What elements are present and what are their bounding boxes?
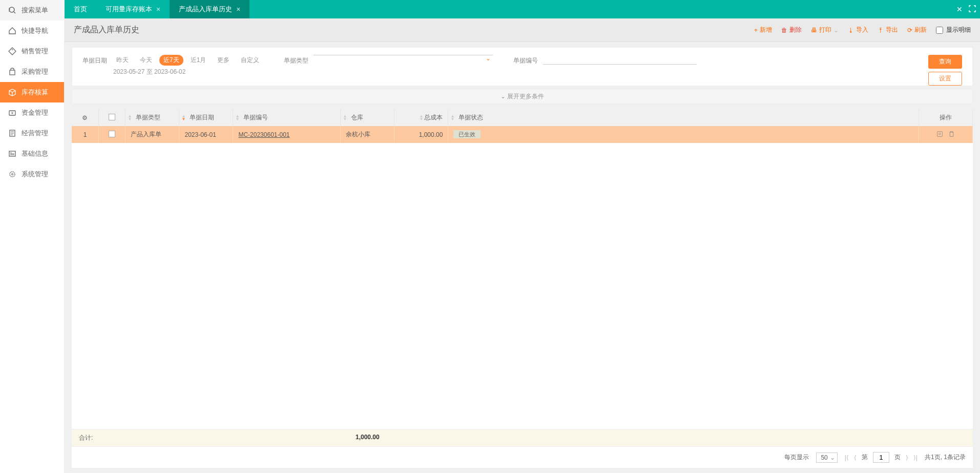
first-page-button[interactable]: |⟨ — [845, 454, 849, 461]
tab-home[interactable]: 首页 — [65, 0, 96, 18]
export-button[interactable]: ⭱ 导出 — [878, 26, 898, 34]
sidebar-item-quicknav[interactable]: 快捷导航 — [0, 20, 64, 41]
refresh-icon: ⟳ — [907, 27, 912, 34]
svg-text:¥: ¥ — [11, 111, 13, 115]
svg-rect-19 — [937, 131, 943, 136]
col-action: 操作 — [919, 109, 972, 126]
import-button[interactable]: ⭳ 导入 — [848, 26, 868, 34]
close-all-icon[interactable]: ✕ — [956, 5, 963, 14]
sidebar-item-label: 系统管理 — [22, 170, 48, 179]
next-page-button[interactable]: ⟩ — [906, 454, 908, 461]
date-shortcut-more[interactable]: 更多 — [213, 55, 234, 66]
sidebar: 搜索菜单 快捷导航 销售管理 采购管理 库存核算 ¥ 资金管理 经营管理 基础信 — [0, 0, 65, 473]
filter-label: 单据类型 — [284, 55, 308, 65]
page-input[interactable] — [873, 452, 889, 463]
cell-total-cost: 1,000.00 — [394, 126, 448, 143]
action-label: 刷新 — [914, 26, 927, 34]
print-icon: 🖶 — [811, 27, 817, 34]
cell-warehouse: 余杭小库 — [341, 126, 394, 143]
checkbox-input[interactable] — [936, 27, 943, 34]
page-size-select[interactable]: 50 ⌄ — [816, 453, 837, 463]
date-shortcut-1month[interactable]: 近1月 — [186, 55, 211, 66]
sidebar-item-funds[interactable]: ¥ 资金管理 — [0, 102, 64, 123]
page-label-prefix: 第 — [862, 453, 868, 462]
row-checkbox-cell — [98, 126, 125, 143]
close-icon[interactable]: × — [156, 5, 160, 13]
sidebar-item-inventory[interactable]: 库存核算 — [0, 82, 64, 102]
content-header: 产成品入库单历史 + 新增 🗑 删除 🖶 打印 ⌄ ⭳ 导入 — [65, 18, 980, 42]
sidebar-item-sales[interactable]: 销售管理 — [0, 41, 64, 61]
date-shortcut-today[interactable]: 今天 — [136, 55, 156, 66]
sidebar-item-search[interactable]: 搜索菜单 — [0, 0, 64, 20]
delete-button[interactable]: 🗑 删除 — [781, 26, 802, 34]
col-doc-type[interactable]: ▲▼单据类型 — [126, 109, 179, 126]
gear-icon — [8, 170, 16, 178]
svg-point-5 — [12, 49, 13, 50]
col-settings[interactable]: ⚙ — [72, 109, 98, 126]
col-total-cost[interactable]: ▲▼总成本 — [394, 109, 448, 126]
print-button[interactable]: 🖶 打印 ⌄ — [811, 26, 839, 34]
action-label: 删除 — [789, 26, 802, 34]
add-button[interactable]: + 新增 — [754, 26, 772, 34]
tab-stockin-history[interactable]: 产成品入库单历史 × — [170, 0, 249, 18]
svg-point-17 — [10, 172, 15, 177]
table-row[interactable]: 1 产品入库单 2023-06-01 MC-20230601-001 余杭小库 … — [72, 126, 973, 143]
svg-point-18 — [12, 174, 13, 175]
col-checkbox — [98, 109, 125, 126]
tab-label: 首页 — [74, 5, 87, 14]
sidebar-item-system[interactable]: 系统管理 — [0, 164, 64, 184]
total-cost-value: 1,000.00 — [356, 434, 380, 442]
col-doc-date[interactable]: ▲▼单据日期 — [179, 109, 233, 126]
data-table: ⚙ ▲▼单据类型 ▲▼单据日期 ▲▼单据编号 ▲▼仓库 ▲▼总成本 ▲▼单据状态… — [72, 109, 973, 429]
query-button[interactable]: 查询 — [928, 55, 962, 69]
page-size-label: 每页显示 — [784, 453, 809, 462]
money-icon: ¥ — [8, 109, 16, 117]
date-shortcut-yesterday[interactable]: 昨天 — [112, 55, 133, 66]
setting-button[interactable]: 设置 — [928, 72, 962, 86]
date-shortcut-custom[interactable]: 自定义 — [237, 55, 263, 66]
last-page-button[interactable]: ⟩| — [913, 454, 918, 461]
close-icon[interactable]: × — [236, 5, 240, 13]
sidebar-item-purchase[interactable]: 采购管理 — [0, 61, 64, 82]
tab-stock-ledger[interactable]: 可用量库存账本 × — [96, 0, 170, 18]
cell-actions — [919, 126, 972, 143]
trash-icon: 🗑 — [781, 27, 787, 34]
doc-no-link[interactable]: MC-20230601-001 — [238, 131, 289, 138]
main-content: 首页 可用量库存账本 × 产成品入库单历史 × ✕ 产成品入库单历史 + 新增 — [65, 0, 980, 473]
show-detail-checkbox[interactable]: 显示明细 — [936, 26, 971, 34]
col-warehouse[interactable]: ▲▼仓库 — [341, 109, 394, 126]
doc-no-input[interactable] — [543, 55, 697, 65]
refresh-button[interactable]: ⟳ 刷新 — [907, 26, 927, 34]
fullscreen-icon[interactable] — [969, 5, 976, 14]
doc-type-select[interactable]: ⌄ — [314, 55, 493, 55]
date-range-display: 2023-05-27 至 2023-06-02 — [113, 68, 263, 76]
filter-label: 单据日期 — [82, 55, 107, 65]
bag-icon — [8, 68, 16, 76]
col-status[interactable]: ▲▼单据状态 — [448, 109, 919, 126]
chevron-down-icon: ⌄ — [486, 55, 491, 62]
sidebar-item-operation[interactable]: 经营管理 — [0, 123, 64, 143]
sidebar-item-label: 快捷导航 — [22, 26, 48, 35]
col-doc-no[interactable]: ▲▼单据编号 — [233, 109, 341, 126]
sidebar-item-baseinfo[interactable]: 基础信息 — [0, 143, 64, 164]
action-label: 打印 — [819, 26, 831, 34]
prev-page-button[interactable]: ⟨ — [854, 454, 857, 461]
pagination: 每页显示 50 ⌄ |⟨ ⟨ 第 页 ⟩ ⟩| 共1页, 1条记录 — [72, 446, 973, 468]
checkbox-all[interactable] — [109, 114, 115, 120]
expand-conditions-button[interactable]: ⌄ 展开更多条件 — [72, 90, 973, 104]
filter-doc-type: 单据类型 ⌄ — [284, 55, 493, 65]
page-size-value: 50 — [821, 454, 827, 461]
row-checkbox[interactable] — [109, 131, 115, 137]
tab-label: 可用量库存账本 — [106, 5, 152, 14]
view-icon[interactable] — [936, 132, 943, 139]
chevron-down-icon: ⌄ — [830, 454, 835, 461]
delete-icon[interactable] — [948, 132, 955, 139]
sidebar-item-label: 销售管理 — [22, 47, 48, 56]
header-actions: + 新增 🗑 删除 🖶 打印 ⌄ ⭳ 导入 ⭱ 导出 — [754, 26, 971, 34]
box-icon — [8, 88, 16, 96]
date-shortcut-7days[interactable]: 近7天 — [159, 55, 183, 66]
cell-doc-date: 2023-06-01 — [179, 126, 233, 143]
info-icon — [8, 150, 16, 158]
expand-label: 展开更多条件 — [507, 93, 544, 100]
checkbox-label: 显示明细 — [946, 26, 971, 34]
